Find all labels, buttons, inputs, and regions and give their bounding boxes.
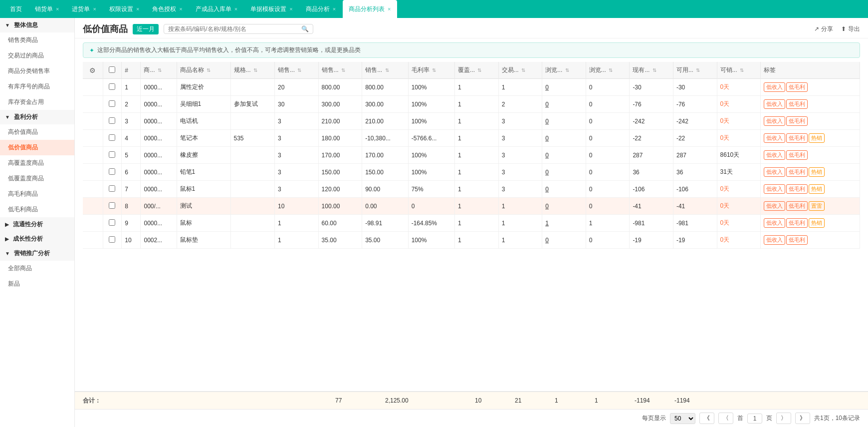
row-checkbox[interactable] [109,185,115,192]
sidebar-item-traded-products[interactable]: 交易过的商品 [0,48,74,63]
filter-tag-button[interactable]: 近一月 [133,24,159,34]
current-page-box: 1 [747,414,762,424]
nav-template-settings[interactable]: 单据模板设置 × [244,0,298,18]
sidebar-group-overall[interactable]: ▼ 整体信息 [0,18,74,32]
export-button[interactable]: ⬆ 导出 [841,25,860,33]
sidebar-item-low-value[interactable]: 低价值商品 [0,140,74,155]
views1-link[interactable]: 1 [545,220,549,227]
collapse-icon: ▼ [5,22,10,28]
search-icon[interactable]: 🔍 [301,25,309,32]
views1-link[interactable]: 0 [545,118,549,125]
close-icon[interactable]: × [289,6,292,12]
sidebar-item-new-products[interactable]: 新品 [0,276,74,292]
column-code[interactable]: 商... ⇅ [141,62,177,79]
sidebar-item-category-sales-rate[interactable]: 商品分类销售率 [0,63,74,79]
prev-page-button[interactable]: 〈 [718,413,733,424]
cell-settings [83,130,103,147]
column-gross-rate[interactable]: 毛利率 ⇅ [408,62,454,79]
cell-current-stock: 36 [630,164,673,181]
cell-views2: 0 [586,96,630,113]
column-sales-qty[interactable]: 销售... ⇅ [275,62,319,79]
views1-link[interactable]: 0 [545,186,549,193]
views1-link[interactable]: 0 [545,203,549,210]
sidebar-group-circulation[interactable]: ▶ 流通性分析 [0,217,74,232]
nav-sales-order[interactable]: 销货单 × [29,0,65,18]
sidebar-group-marketing[interactable]: ▼ 营销推广分析 [0,246,74,261]
first-page-button[interactable]: 《 [699,413,714,424]
tag-badge: 低毛利 [786,167,808,177]
row-checkbox[interactable] [109,219,115,226]
next-page-button[interactable]: 〉 [776,413,791,424]
cell-checkbox [103,130,122,147]
column-name[interactable]: 商品名称 ⇅ [177,62,230,79]
sidebar-item-stock-funds[interactable]: 库存资金占用 [0,94,74,110]
share-button[interactable]: ↗ 分享 [814,25,833,33]
cell-tags: 低收入低毛利 [761,79,860,96]
views1-link[interactable]: 0 [545,152,549,159]
tag-badge: 低毛利 [786,150,808,160]
cell-sales-qty: 3 [275,147,319,164]
close-icon[interactable]: × [234,6,237,12]
last-page-button[interactable]: 》 [795,413,810,424]
close-icon[interactable]: × [179,6,182,12]
views1-link[interactable]: 0 [545,101,549,108]
close-icon[interactable]: × [136,6,139,12]
nav-purchase-order[interactable]: 进货单 × [66,0,102,18]
close-icon[interactable]: × [56,6,59,12]
views1-link[interactable]: 0 [545,135,549,142]
column-coverage[interactable]: 覆盖... ⇅ [455,62,499,79]
per-page-select[interactable]: 50 100 200 [670,413,695,424]
sidebar-group-growth[interactable]: ▶ 成长性分析 [0,232,74,246]
footer-current-stock: -1194 [632,397,671,404]
row-checkbox[interactable] [109,134,115,141]
sidebar-item-high-margin[interactable]: 高毛利商品 [0,186,74,202]
column-sales-amount[interactable]: 销售... ⇅ [318,62,362,79]
cell-views2: 0 [586,130,630,147]
column-spec[interactable]: 规格... ⇅ [230,62,275,79]
row-checkbox[interactable] [109,83,115,90]
column-transactions[interactable]: 交易... ⇅ [498,62,542,79]
column-views1[interactable]: 浏览... ⇅ [542,62,586,79]
row-checkbox[interactable] [109,236,115,243]
row-checkbox[interactable] [109,202,115,209]
views1-link[interactable]: 0 [545,169,549,176]
sidebar-item-low-margin[interactable]: 低毛利商品 [0,202,74,217]
cell-views1: 0 [542,147,586,164]
cell-sales-qty: 30 [275,96,319,113]
nav-product-analysis-list[interactable]: 商品分析列表 × [343,0,397,18]
cell-gross-rate: 0 [408,198,454,215]
close-icon[interactable]: × [333,6,336,12]
sidebar-item-low-coverage[interactable]: 低覆盖度商品 [0,171,74,186]
row-checkbox[interactable] [109,100,115,107]
search-input[interactable] [168,25,298,32]
sidebar-item-stock-products[interactable]: 有库序号的商品 [0,79,74,94]
row-checkbox[interactable] [109,168,115,175]
column-saleable[interactable]: 可销... ⇅ [717,62,761,79]
sidebar-item-sales-products[interactable]: 销售类商品 [0,32,74,48]
nav-role-auth[interactable]: 角色授权 × [146,0,188,18]
nav-permissions[interactable]: 权限设置 × [103,0,145,18]
column-views2[interactable]: 浏览... ⇅ [586,62,630,79]
sidebar-item-all-products[interactable]: 全部商品 [0,261,74,276]
page-header: 低价值商品 近一月 🔍 ↗ 分享 ⬆ 导出 [75,18,868,38]
column-available[interactable]: 可用... ⇅ [673,62,717,79]
cell-num: 9 [122,215,141,232]
select-all-checkbox[interactable] [109,66,115,73]
row-checkbox[interactable] [109,117,115,124]
cell-views1: 1 [542,215,586,232]
views1-link[interactable]: 0 [545,237,549,244]
close-icon[interactable]: × [388,6,391,12]
row-checkbox[interactable] [109,151,115,158]
nav-home[interactable]: 首页 [4,0,28,18]
column-settings[interactable]: ⚙ [83,62,103,79]
nav-product-storage[interactable]: 产成品入库单 × [190,0,243,18]
gear-icon[interactable]: ⚙ [89,66,96,74]
column-sales-cost[interactable]: 销售... ⇅ [362,62,408,79]
views1-link[interactable]: 0 [545,84,549,91]
sidebar-item-high-coverage[interactable]: 高覆盖度商品 [0,155,74,171]
sidebar-item-high-value[interactable]: 高价值商品 [0,124,74,140]
nav-product-analysis[interactable]: 商品分析 × [300,0,342,18]
close-icon[interactable]: × [93,6,96,12]
column-current-stock[interactable]: 现有... ⇅ [630,62,673,79]
sidebar-group-profit[interactable]: ▼ 盈利分析 [0,110,74,124]
